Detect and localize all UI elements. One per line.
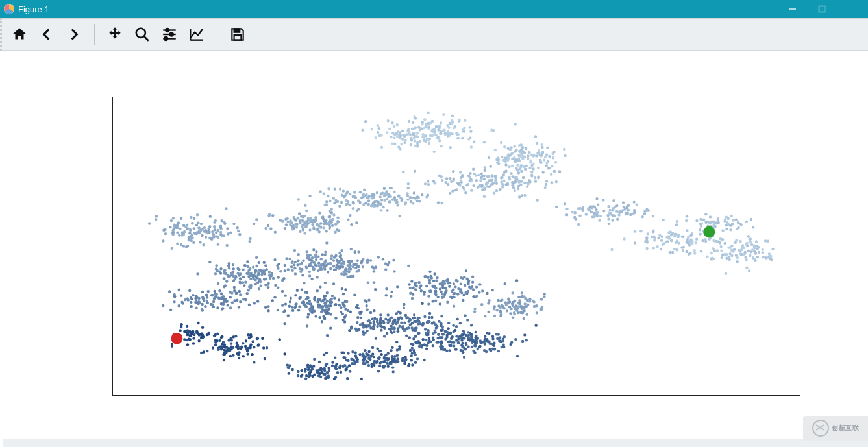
svg-point-1346 — [393, 270, 395, 272]
svg-point-702 — [306, 222, 309, 224]
svg-point-204 — [516, 164, 519, 167]
svg-point-453 — [501, 183, 504, 186]
svg-point-1004 — [645, 236, 648, 239]
svg-point-2453 — [179, 329, 181, 332]
svg-point-2148 — [478, 345, 481, 348]
svg-point-1104 — [755, 240, 758, 243]
svg-point-1901 — [349, 311, 352, 313]
svg-point-1897 — [397, 317, 399, 320]
svg-point-2266 — [379, 350, 382, 352]
svg-point-2722 — [536, 311, 538, 314]
svg-point-140 — [412, 133, 415, 136]
svg-point-2528 — [436, 276, 438, 279]
svg-point-1699 — [253, 302, 256, 304]
svg-point-1041 — [667, 231, 670, 234]
svg-point-1465 — [282, 277, 285, 280]
svg-point-2632 — [414, 282, 417, 284]
svg-point-2580 — [441, 293, 443, 295]
svg-point-1920 — [394, 322, 397, 324]
save-button[interactable] — [225, 22, 250, 47]
svg-point-1385 — [341, 265, 344, 268]
svg-point-2729 — [512, 304, 514, 307]
svg-point-1566 — [239, 300, 242, 303]
svg-point-99 — [473, 141, 475, 143]
svg-point-101 — [464, 119, 466, 122]
svg-point-9 — [170, 33, 173, 36]
svg-point-1640 — [308, 300, 311, 302]
svg-point-1590 — [206, 296, 208, 298]
forward-button[interactable] — [62, 22, 86, 47]
edit-axis-button[interactable] — [184, 22, 209, 47]
svg-point-1008 — [623, 237, 626, 240]
svg-point-995 — [666, 240, 669, 243]
svg-point-1895 — [383, 327, 386, 330]
svg-point-2410 — [223, 359, 225, 361]
svg-point-1018 — [658, 234, 661, 236]
svg-point-2425 — [234, 335, 237, 337]
svg-point-1181 — [700, 224, 702, 227]
svg-point-2416 — [264, 357, 266, 360]
svg-point-1616 — [177, 304, 180, 307]
svg-point-1935 — [408, 320, 410, 322]
svg-point-2723 — [511, 291, 514, 294]
svg-point-907 — [627, 208, 630, 211]
svg-point-681 — [305, 210, 308, 212]
svg-point-243 — [536, 142, 538, 145]
zoom-button[interactable] — [130, 22, 155, 47]
svg-point-1211 — [706, 221, 709, 223]
svg-point-590 — [353, 202, 355, 204]
svg-point-2241 — [371, 352, 374, 355]
svg-point-458 — [545, 180, 548, 182]
svg-point-1429 — [272, 277, 275, 280]
svg-point-731 — [329, 222, 331, 224]
figure-canvas[interactable] — [0, 51, 868, 441]
home-button[interactable] — [7, 22, 32, 47]
svg-point-886 — [593, 206, 596, 208]
svg-point-1763 — [319, 306, 321, 308]
svg-point-1783 — [440, 315, 443, 317]
svg-point-65 — [386, 131, 388, 134]
svg-point-2131 — [484, 335, 486, 338]
svg-point-421 — [511, 181, 514, 184]
svg-point-2534 — [453, 282, 455, 285]
minimize-button[interactable] — [778, 0, 807, 18]
svg-point-1775 — [356, 316, 359, 319]
svg-point-168 — [428, 126, 430, 128]
svg-point-11 — [164, 37, 167, 40]
svg-point-837 — [188, 232, 191, 234]
svg-point-2071 — [467, 338, 469, 341]
svg-point-1029 — [645, 239, 648, 241]
svg-point-2428 — [230, 339, 232, 341]
svg-point-1855 — [362, 333, 365, 336]
back-button[interactable] — [34, 22, 59, 47]
pan-button[interactable] — [103, 22, 127, 47]
svg-point-1207 — [729, 224, 732, 226]
svg-point-1020 — [670, 239, 673, 242]
svg-point-1354 — [332, 259, 335, 261]
svg-point-100 — [449, 146, 452, 149]
svg-point-1692 — [320, 311, 323, 313]
toolbar-separator — [217, 24, 217, 45]
maximize-button[interactable] — [807, 0, 836, 18]
svg-point-2666 — [543, 295, 545, 298]
svg-point-1069 — [754, 251, 756, 254]
svg-point-605 — [308, 195, 311, 197]
svg-point-2232 — [398, 345, 401, 348]
svg-point-553 — [339, 187, 341, 190]
svg-point-569 — [344, 193, 347, 196]
svg-point-1268 — [302, 260, 304, 262]
svg-point-354 — [460, 176, 462, 179]
svg-point-165 — [418, 127, 421, 129]
svg-point-953 — [616, 218, 619, 221]
configure-subplots-button[interactable] — [157, 22, 182, 47]
svg-point-1771 — [291, 309, 294, 312]
svg-point-1740 — [316, 289, 319, 292]
svg-point-543 — [389, 187, 391, 189]
svg-point-831 — [208, 225, 211, 228]
svg-point-2113 — [470, 335, 473, 337]
svg-point-732 — [284, 227, 286, 230]
svg-point-121 — [429, 134, 432, 137]
svg-point-2187 — [380, 353, 383, 356]
svg-point-2110 — [455, 335, 458, 337]
svg-point-96 — [462, 128, 464, 131]
